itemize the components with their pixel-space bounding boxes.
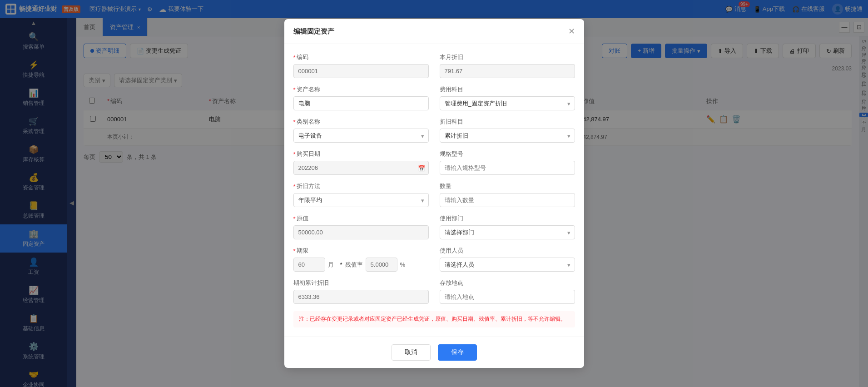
location-label: 存放地点 (440, 279, 575, 287)
expense-subject-label: 费用科目 (440, 85, 575, 94)
cancel-button[interactable]: 取消 (392, 344, 431, 361)
category-wrapper: 电子设备 (293, 129, 429, 143)
code-field-group: * 编码 (293, 53, 429, 78)
modal-header: 编辑固定资产 ✕ (284, 19, 584, 44)
original-value-input[interactable] (293, 225, 429, 239)
original-value-label: * 原值 (293, 214, 429, 223)
modal-footer: 取消 保存 (284, 337, 584, 368)
user-wrapper: 请选择人员 (440, 258, 575, 272)
monthly-dep-label: 本月折旧 (440, 53, 575, 61)
spec-field-group: 规格型号 (440, 150, 575, 175)
modal-body: * 编码 本月折旧 * 资产名称 (284, 44, 584, 336)
asset-name-field-group: * 资产名称 (293, 85, 429, 110)
quantity-input[interactable] (440, 193, 575, 207)
period-residual-field-group: * 期限 月 * 残值率 % (293, 247, 429, 272)
dep-method-select[interactable]: 年限平均 (293, 193, 429, 207)
purchase-date-input[interactable] (293, 161, 429, 175)
purchase-date-label: * 购买日期 (293, 150, 429, 158)
save-button[interactable]: 保存 (438, 344, 477, 361)
spec-input[interactable] (440, 161, 575, 175)
edit-asset-modal: 编辑固定资产 ✕ * 编码 本月折旧 (284, 19, 584, 367)
original-value-field-group: * 原值 (293, 214, 429, 239)
user-label: 使用人员 (440, 247, 575, 255)
init-accum-dep-label: 期初累计折旧 (293, 279, 429, 287)
department-label: 使用部门 (440, 214, 575, 223)
dep-subject-select[interactable]: 累计折旧 (440, 129, 575, 143)
dep-subject-wrapper: 累计折旧 (440, 129, 575, 143)
dep-subject-field-group: 折旧科目 累计折旧 (440, 118, 575, 143)
residual-rate-input[interactable] (366, 258, 397, 272)
dep-method-label: * 折旧方法 (293, 182, 429, 190)
location-input[interactable] (440, 290, 575, 304)
period-label: * 期限 (293, 247, 429, 255)
department-field-group: 使用部门 请选择部门 (440, 214, 575, 239)
user-select[interactable]: 请选择人员 (440, 258, 575, 272)
user-field-group: 使用人员 请选择人员 (440, 247, 575, 272)
asset-name-label: * 资产名称 (293, 85, 429, 94)
modal-title: 编辑固定资产 (293, 27, 334, 36)
purchase-date-field-group: * 购买日期 📅 (293, 150, 429, 175)
period-input[interactable] (293, 258, 325, 272)
modal-close-button[interactable]: ✕ (568, 26, 575, 36)
modal-overlay: 编辑固定资产 ✕ * 编码 本月折旧 (0, 0, 868, 387)
monthly-dep-input (440, 64, 575, 78)
department-wrapper: 请选择部门 (440, 225, 575, 239)
quantity-field-group: 数量 (440, 182, 575, 207)
period-residual-group: 月 * 残值率 % (293, 258, 429, 272)
category-select[interactable]: 电子设备 (293, 129, 429, 143)
dep-subject-label: 折旧科目 (440, 118, 575, 126)
expense-subject-select[interactable]: 管理费用_固定资产折旧 (440, 96, 575, 110)
expense-subject-wrapper: 管理费用_固定资产折旧 (440, 96, 575, 110)
asset-name-input[interactable] (293, 96, 429, 110)
monthly-dep-field-group: 本月折旧 (440, 53, 575, 78)
modal-note: 注：已经存在变更记录或者对应固定资产已经生成凭证，原值、购买日期、残值率、累计折… (293, 311, 575, 327)
dep-method-field-group: * 折旧方法 年限平均 (293, 182, 429, 207)
period-unit: 月 (328, 261, 334, 269)
init-accum-dep-field-group: 期初累计折旧 (293, 279, 429, 304)
spec-label: 规格型号 (440, 150, 575, 158)
category-field-group: * 类别名称 电子设备 (293, 118, 429, 143)
residual-rate-unit: % (400, 261, 406, 268)
modal-form: * 编码 本月折旧 * 资产名称 (293, 53, 575, 327)
quantity-label: 数量 (440, 182, 575, 190)
code-label: * 编码 (293, 53, 429, 61)
purchase-date-wrapper: 📅 (293, 161, 429, 175)
residual-rate-label: 残值率 (345, 261, 363, 269)
code-input[interactable] (293, 64, 429, 78)
expense-subject-field-group: 费用科目 管理费用_固定资产折旧 (440, 85, 575, 110)
dep-method-wrapper: 年限平均 (293, 193, 429, 207)
department-select[interactable]: 请选择部门 (440, 225, 575, 239)
location-field-group: 存放地点 (440, 279, 575, 304)
init-accum-dep-input[interactable] (293, 290, 429, 304)
category-label: * 类别名称 (293, 118, 429, 126)
calendar-icon[interactable]: 📅 (418, 164, 425, 171)
